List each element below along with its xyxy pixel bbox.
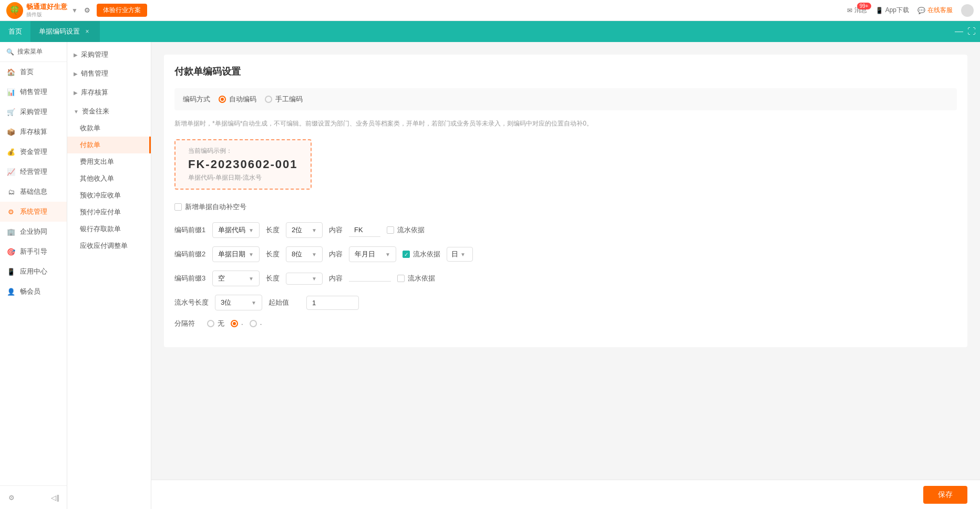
- prefix2-content-value: 年月日: [355, 250, 375, 259]
- app-download-button[interactable]: 📱 App下载: [875, 6, 909, 15]
- logo-text: 畅通道好生意 插件版: [26, 3, 67, 18]
- tab-minimize-icon[interactable]: —: [955, 27, 963, 36]
- prefix3-row: 编码前缀3 空 ▼ 长度 ▼ 内容: [174, 271, 957, 286]
- sidebar-item-inventory[interactable]: 📦 库存核算: [0, 122, 67, 142]
- auto-complete-label: 新增单据自动补空号: [185, 202, 246, 212]
- settings-card: 付款单编码设置 编码方式 自动编码 手工编码: [164, 55, 967, 347]
- save-button[interactable]: 保存: [923, 486, 967, 504]
- sidebar-item-purchase[interactable]: 🛒 采购管理: [0, 102, 67, 122]
- sidebar-item-home[interactable]: 🏠 首页: [0, 62, 67, 82]
- prefix2-content-label: 内容: [329, 250, 343, 259]
- tab-bar: 首页 单据编码设置 × — ⛶: [0, 21, 980, 42]
- prefix2-length-select[interactable]: 8位 ▼: [286, 246, 323, 262]
- sidebar-item-guide[interactable]: 🎯 新手引导: [0, 242, 67, 262]
- tab-close-icon[interactable]: ×: [83, 27, 91, 36]
- nav-group-header-inventory[interactable]: ▶ 库存核算: [67, 84, 151, 101]
- serial-start-input[interactable]: [306, 296, 359, 310]
- sidebar-item-operations[interactable]: 📈 经营管理: [0, 162, 67, 182]
- chevron-sales-icon: ▶: [74, 71, 78, 77]
- nav-item-expense[interactable]: 费用支出单: [67, 153, 151, 170]
- company-dropdown[interactable]: ▼: [71, 7, 78, 14]
- auto-encoding-radio[interactable]: 自动编码: [219, 95, 256, 104]
- serial-length-label: 流水号长度: [174, 298, 209, 307]
- encoding-tab-label: 单据编码设置: [39, 27, 80, 36]
- sidebar-label-sales: 销售管理: [20, 87, 47, 97]
- top-bar-left: 🍀 畅通道好生意 插件版 ▼ ⚙ 体验行业方案: [6, 2, 147, 19]
- chevron-fund-icon: ▼: [74, 109, 79, 115]
- main-panel: 付款单编码设置 编码方式 自动编码 手工编码: [151, 42, 980, 480]
- settings-button[interactable]: ⚙: [81, 4, 94, 17]
- prefix2-day-select[interactable]: 日 ▼: [447, 247, 473, 262]
- tab-home[interactable]: 首页: [0, 21, 30, 42]
- finance-icon: 💰: [6, 147, 16, 157]
- nav-item-advance-receivable[interactable]: 预收冲应收单: [67, 187, 151, 204]
- nav-group-header-sales[interactable]: ▶ 销售管理: [67, 65, 151, 82]
- user-avatar[interactable]: [961, 4, 974, 17]
- prefix1-select[interactable]: 单据代码 ▼: [212, 222, 260, 238]
- trial-button[interactable]: 体验行业方案: [97, 4, 147, 17]
- sidebar-collapse-btn[interactable]: ◁‖: [48, 490, 63, 505]
- prefix2-select[interactable]: 单据日期 ▼: [212, 246, 260, 262]
- tab-bar-actions: — ⛶: [955, 27, 980, 36]
- bottom-bar: 保存: [151, 480, 980, 509]
- sep-label-dot1: ·: [241, 320, 243, 328]
- sidebar: 🔍 搜索菜单 🏠 首页 📊 销售管理 🛒 采购管理 📦 库存核算 💰 资金管理 …: [0, 42, 67, 509]
- sep-radio-dot2[interactable]: ·: [250, 320, 262, 328]
- sidebar-settings-btn[interactable]: ⚙: [4, 490, 19, 505]
- nav-item-ar-ap-adjust[interactable]: 应收应付调整单: [67, 237, 151, 254]
- encoding-method-radios: 自动编码 手工编码: [219, 95, 303, 104]
- purchase-icon: 🛒: [6, 107, 16, 117]
- prefix2-label: 编码前缀2: [174, 250, 206, 259]
- sidebar-item-basic-info[interactable]: 🗂 基础信息: [0, 182, 67, 202]
- sep-radio-none[interactable]: 无: [207, 319, 224, 328]
- nav-group-header-purchase[interactable]: ▶ 采购管理: [67, 46, 151, 63]
- prefix3-select[interactable]: 空 ▼: [212, 271, 260, 286]
- nav-item-advance-payable[interactable]: 预付冲应付单: [67, 204, 151, 221]
- tab-encoding-settings[interactable]: 单据编码设置 ×: [30, 21, 100, 42]
- sidebar-item-enterprise[interactable]: 🏢 企业协同: [0, 222, 67, 242]
- sidebar-label-enterprise: 企业协同: [20, 227, 47, 236]
- sidebar-item-vip[interactable]: 👤 畅会员: [0, 282, 67, 302]
- nav-item-receipt[interactable]: 收款单: [67, 120, 151, 137]
- nav-group-sales: ▶ 销售管理: [67, 65, 151, 82]
- prefix3-stream-checkbox[interactable]: [397, 275, 405, 282]
- messages-button[interactable]: ✉ 消息 99+: [847, 6, 867, 15]
- sidebar-item-system[interactable]: ⚙ 系统管理: [0, 202, 67, 222]
- serial-length-select[interactable]: 3位 ▼: [215, 295, 262, 310]
- prefix3-stream-label: 流水依据: [408, 274, 435, 283]
- tab-maximize-icon[interactable]: ⛶: [967, 27, 976, 36]
- nav-item-other-income[interactable]: 其他收入单: [67, 170, 151, 187]
- nav-group-header-fund[interactable]: ▼ 资金往来: [67, 103, 151, 120]
- search-menu[interactable]: 🔍 搜索菜单: [0, 42, 67, 62]
- prefix2-stream-checkbox[interactable]: ✓: [403, 251, 410, 258]
- prefix3-length-select[interactable]: ▼: [286, 273, 323, 285]
- sidebar-item-sales[interactable]: 📊 销售管理: [0, 82, 67, 102]
- sidebar-item-finance[interactable]: 💰 资金管理: [0, 142, 67, 162]
- online-service-button[interactable]: 💬 在线客服: [917, 6, 953, 15]
- nav-item-bank-deposit[interactable]: 银行存取款单: [67, 221, 151, 237]
- nav-item-payment[interactable]: 付款单: [67, 137, 151, 153]
- sidebar-item-appstore[interactable]: 📱 应用中心: [0, 262, 67, 282]
- manual-encoding-label: 手工编码: [275, 95, 303, 104]
- sep-radio-dot1[interactable]: ·: [231, 320, 243, 328]
- separator-row: 分隔符 无 · ·: [174, 319, 957, 328]
- prefix3-arrow-icon: ▼: [249, 276, 254, 282]
- prefix1-stream-checkbox[interactable]: [387, 226, 394, 234]
- prefix2-content-select[interactable]: 年月日 ▼: [349, 246, 396, 262]
- prefix3-select-value: 空: [218, 274, 225, 283]
- prefix2-arrow-icon: ▼: [249, 252, 254, 257]
- sidebar-label-home: 首页: [20, 67, 34, 77]
- serial-length-arrow-icon: ▼: [251, 300, 256, 306]
- prefix3-length-label: 长度: [266, 274, 280, 283]
- sidebar-label-purchase: 采购管理: [20, 107, 47, 117]
- manual-encoding-radio[interactable]: 手工编码: [265, 95, 303, 104]
- auto-complete-checkbox[interactable]: [174, 203, 182, 211]
- prefix1-length-label: 长度: [266, 225, 280, 235]
- auto-encoding-label: 自动编码: [229, 95, 256, 104]
- separator-label: 分隔符: [174, 319, 201, 328]
- logo: 🍀 畅通道好生意 插件版: [6, 2, 67, 19]
- sep-dot-dot1: [231, 320, 238, 327]
- prefix1-length-select[interactable]: 2位 ▼: [286, 222, 323, 238]
- sep-label-dot2: ·: [260, 320, 262, 328]
- sidebar-label-basic-info: 基础信息: [20, 187, 47, 196]
